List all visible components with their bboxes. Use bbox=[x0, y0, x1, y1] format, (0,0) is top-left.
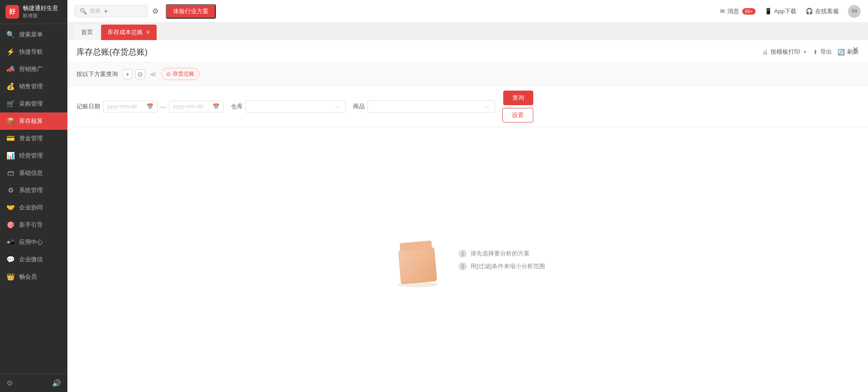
tab-home[interactable]: 首页 bbox=[75, 25, 99, 40]
print-button[interactable]: 🖨 按模板打印 ▼ bbox=[762, 48, 807, 56]
print-chevron-icon: ▼ bbox=[802, 49, 807, 55]
tab-ledger[interactable]: 库存成本总账 ✕ bbox=[101, 25, 157, 40]
inventory-icon: 📦 bbox=[6, 117, 15, 125]
search-bar-icon: 🔍 bbox=[80, 8, 87, 15]
guide-icon: 🎯 bbox=[6, 221, 15, 229]
export-icon: ⬆ bbox=[813, 49, 818, 56]
refresh-icon: 🔄 bbox=[837, 49, 845, 56]
sidebar-item-label: 新手引导 bbox=[19, 221, 43, 229]
app-download-button[interactable]: 📱 App下载 bbox=[765, 7, 797, 15]
product-input[interactable]: ··· bbox=[368, 100, 495, 113]
operations-icon: 📊 bbox=[6, 152, 15, 160]
sidebar-item-finance[interactable]: 💳 资金管理 bbox=[0, 130, 67, 147]
message-icon: ✉ bbox=[720, 8, 725, 15]
scheme-label: 存货总账 bbox=[173, 70, 194, 78]
sidebar-item-label: 企业微信 bbox=[19, 255, 43, 264]
sidebar-item-wechat[interactable]: 💬 企业微信 bbox=[0, 251, 67, 268]
sidebar: 好 畅捷通好生意 标准版 🔍 搜索菜单 ⚡ 快捷导航 📣 营销推广 💰 销售管理… bbox=[0, 0, 67, 392]
topbar-right: ✉ 消息 99+ 📱 App下载 🎧 在线客服 Rit bbox=[720, 5, 861, 18]
hint-1-text: 请先选择要分析的方案 bbox=[470, 249, 530, 258]
search-button[interactable]: 查询 bbox=[503, 91, 533, 105]
logo-sub: 标准版 bbox=[23, 12, 58, 19]
content-area: 库存总账(存货总账) 🖨 按模板打印 ▼ ⬆ 导出 🔄 刷新 ✕ bbox=[67, 40, 868, 392]
search-row: 记账日期 yyyy-mm-dd 📅 — yyyy-mm-dd 📅 仓库 ··· bbox=[67, 86, 868, 127]
search-placeholder: 搜索 bbox=[90, 7, 101, 15]
flash-icon: ⚡ bbox=[6, 48, 15, 56]
messages-button[interactable]: ✉ 消息 99+ bbox=[720, 7, 756, 15]
sidebar-item-shortcut[interactable]: ⚡ 快捷导航 bbox=[0, 43, 67, 61]
home-tab-label: 首页 bbox=[81, 28, 93, 36]
date-start-placeholder: yyyy-mm-dd bbox=[107, 103, 137, 110]
scheme-icon: ⊙ bbox=[166, 71, 171, 77]
scheme-item[interactable]: ⊙ 存货总账 bbox=[161, 68, 199, 80]
sidebar-item-marketing[interactable]: 📣 营销推广 bbox=[0, 61, 67, 78]
filter-actions: + ⊙ bbox=[123, 69, 145, 79]
wechat-icon: 💬 bbox=[6, 255, 15, 264]
sidebar-item-operations[interactable]: 📊 经营管理 bbox=[0, 147, 67, 164]
online-service-button[interactable]: 🎧 在线客服 bbox=[806, 7, 839, 15]
warehouse-field-group: 仓库 ··· bbox=[231, 100, 346, 113]
purchase-icon: 🛒 bbox=[6, 100, 15, 108]
sidebar-nav: 🔍 搜索菜单 ⚡ 快捷导航 📣 营销推广 💰 销售管理 🛒 采购管理 📦 库存核… bbox=[0, 24, 67, 374]
chevron-down-icon: ▼ bbox=[103, 9, 108, 14]
step-2-badge: 2 bbox=[459, 262, 467, 270]
main-area: 🔍 搜索 ▼ ⚙ 体验行业方案 ✉ 消息 99+ 📱 App下载 🎧 在线客服 … bbox=[67, 0, 868, 392]
filter-add-button[interactable]: + bbox=[123, 69, 133, 79]
product-label: 商品 bbox=[353, 102, 365, 111]
date-separator: — bbox=[160, 103, 166, 110]
date-label: 记账日期 bbox=[77, 102, 100, 111]
warehouse-more-icon[interactable]: ··· bbox=[335, 103, 341, 110]
tab-close-icon[interactable]: ✕ bbox=[146, 29, 150, 36]
panel-close-button[interactable]: ✕ bbox=[852, 45, 859, 55]
empty-state: 1 请先选择要分析的方案 2 用[过滤]条件来缩小分析范围 bbox=[67, 127, 868, 392]
empty-hints: 1 请先选择要分析的方案 2 用[过滤]条件来缩小分析范围 bbox=[459, 249, 545, 270]
export-label: 导出 bbox=[820, 48, 832, 56]
sidebar-item-search[interactable]: 🔍 搜索菜单 bbox=[0, 26, 67, 43]
member-icon: 👑 bbox=[6, 273, 15, 281]
action-buttons: 查询 设置 bbox=[502, 91, 533, 122]
export-button[interactable]: ⬆ 导出 bbox=[813, 48, 832, 56]
date-start-input[interactable]: yyyy-mm-dd 📅 bbox=[103, 101, 158, 112]
filter-collapse-icon[interactable]: ≪ bbox=[150, 71, 157, 78]
user-avatar[interactable]: Rit bbox=[848, 5, 861, 18]
sidebar-item-label: 库存核算 bbox=[19, 117, 43, 125]
sidebar-item-sales[interactable]: 💰 销售管理 bbox=[0, 78, 67, 95]
sidebar-item-inventory[interactable]: 📦 库存核算 bbox=[0, 112, 67, 130]
logo-icon: 好 bbox=[5, 5, 19, 19]
sidebar-item-guide[interactable]: 🎯 新手引导 bbox=[0, 216, 67, 234]
basic-icon: 🗃 bbox=[6, 169, 15, 177]
sidebar-item-basic[interactable]: 🗃 基础信息 bbox=[0, 164, 67, 182]
logo-text: 畅捷通好生意 bbox=[23, 5, 58, 12]
topbar: 🔍 搜索 ▼ ⚙ 体验行业方案 ✉ 消息 99+ 📱 App下载 🎧 在线客服 … bbox=[67, 0, 868, 23]
print-icon: 🖨 bbox=[762, 49, 768, 56]
sidebar-item-label: 系统管理 bbox=[19, 186, 43, 194]
sidebar-item-member[interactable]: 👑 畅会员 bbox=[0, 268, 67, 285]
search-bar[interactable]: 🔍 搜索 ▼ bbox=[75, 5, 148, 17]
phone-icon: 📱 bbox=[765, 8, 772, 15]
date-end-input[interactable]: yyyy-mm-dd 📅 bbox=[169, 101, 224, 112]
print-label: 按模板打印 bbox=[771, 48, 800, 56]
empty-hint-1: 1 请先选择要分析的方案 bbox=[459, 249, 545, 258]
step-1-badge: 1 bbox=[459, 249, 467, 258]
settings-button[interactable]: 设置 bbox=[502, 108, 533, 122]
sales-icon: 💰 bbox=[6, 82, 15, 91]
sidebar-item-label: 搜索菜单 bbox=[19, 31, 43, 39]
speaker-footer-icon[interactable]: 🔊 bbox=[52, 379, 61, 387]
tabbar: 首页 库存成本总账 ✕ bbox=[67, 23, 868, 40]
app-download-label: App下载 bbox=[774, 7, 797, 15]
date-end-placeholder: yyyy-mm-dd bbox=[173, 103, 203, 110]
sidebar-item-collab[interactable]: 🤝 企业协同 bbox=[0, 199, 67, 216]
sidebar-item-system[interactable]: ⚙ 系统管理 bbox=[0, 182, 67, 199]
ledger-tab-label: 库存成本总账 bbox=[107, 28, 143, 36]
search-icon: 🔍 bbox=[6, 31, 15, 39]
sidebar-item-purchase[interactable]: 🛒 采购管理 bbox=[0, 95, 67, 112]
promo-button[interactable]: 体验行业方案 bbox=[166, 4, 216, 19]
topbar-settings-icon[interactable]: ⚙ bbox=[152, 7, 158, 15]
system-icon: ⚙ bbox=[6, 186, 15, 194]
product-more-icon[interactable]: ··· bbox=[485, 103, 490, 110]
filter-manage-button[interactable]: ⊙ bbox=[135, 69, 145, 79]
settings-footer-icon[interactable]: ⚙ bbox=[6, 379, 13, 387]
warehouse-input[interactable]: ··· bbox=[245, 100, 346, 113]
message-badge: 99+ bbox=[742, 8, 756, 15]
sidebar-item-apps[interactable]: 📲 应用中心 bbox=[0, 234, 67, 251]
